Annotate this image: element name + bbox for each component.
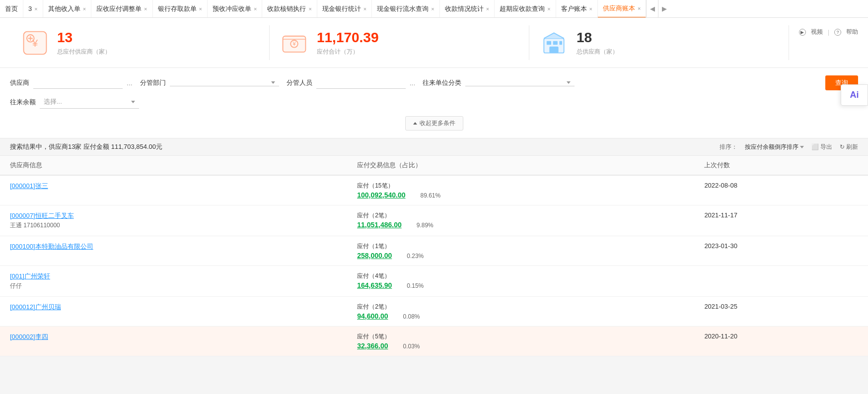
- table-header: 供应商信息 应付交易信息（占比） 上次付数: [0, 156, 868, 175]
- supplier-info-cell: [000100]本特勤油品有限公司: [0, 236, 347, 266]
- supplier-link[interactable]: [000007]恒旺二手叉车: [10, 212, 74, 219]
- nav-item-prepay-offset[interactable]: 预收冲应收单 ×: [208, 0, 262, 18]
- header-last-payment: 上次付数: [694, 156, 868, 175]
- close-icon[interactable]: ×: [34, 6, 37, 12]
- nav-item-customer-ledger[interactable]: 客户账本 ×: [556, 0, 598, 18]
- last-payment-cell: 2021-03-25: [694, 297, 868, 327]
- payable-info-cell: 应付（4笔）164,635.900.15%: [347, 266, 694, 297]
- video-link[interactable]: 视频: [811, 28, 823, 36]
- supplier-link[interactable]: [000100]本特勤油品有限公司: [10, 243, 93, 250]
- supplier-dots[interactable]: ...: [127, 79, 133, 87]
- close-icon[interactable]: ×: [83, 6, 86, 12]
- help-link[interactable]: 帮助: [846, 28, 858, 36]
- payable-amount[interactable]: 11,051,486.00: [357, 221, 402, 229]
- balance-select[interactable]: 选择...: [40, 95, 139, 109]
- filter-category: 往来单位分类: [423, 78, 575, 87]
- payable-info-cell: 应付（5笔）32,366.000.03%: [347, 327, 694, 356]
- payable-percent: 0.23%: [407, 253, 424, 260]
- payable-info-cell: 应付（1笔）258,000.000.23%: [347, 236, 694, 266]
- payable-amount[interactable]: 94,600.00: [357, 312, 388, 320]
- payable-info-cell: 应付（15笔）100,092,540.0089.61%: [347, 175, 694, 205]
- nav-item-overdue-ar[interactable]: 超期应收款查询 ×: [495, 0, 556, 18]
- collapse-button[interactable]: 收起更多条件: [405, 116, 463, 131]
- payable-amount[interactable]: 258,000.00: [357, 252, 392, 260]
- nav-label: 应收应付调整单: [96, 4, 142, 13]
- supplier-link[interactable]: [000002]李四: [10, 333, 48, 340]
- nav-item-supplier-ledger[interactable]: 供应商账本 ×: [598, 0, 646, 18]
- close-icon[interactable]: ×: [638, 5, 641, 11]
- right-actions: 排序： 按应付余额倒序排序 ⬜ 导出 ↻ 刷新: [720, 143, 858, 151]
- filter-row-2: 往来余额 选择...: [10, 95, 858, 109]
- person-input[interactable]: [316, 77, 406, 89]
- payable-percent: 0.15%: [407, 282, 424, 289]
- last-payment-date: 2021-03-25: [704, 303, 737, 310]
- payable-amount[interactable]: 164,635.90: [357, 281, 392, 289]
- summary-area: ¥ 13 总应付供应商（家） ¥ 11,170.39 应付合计（万）: [0, 18, 868, 68]
- filter-supplier: 供应商 ...: [10, 77, 133, 89]
- supplier-label: 供应商: [10, 78, 29, 87]
- nav-item-cash-bank-stat[interactable]: 现金银行统计 ×: [317, 0, 372, 18]
- dept-select[interactable]: [170, 79, 279, 86]
- refresh-icon: ↻: [840, 143, 845, 150]
- video-circle-icon: ▶: [799, 29, 806, 36]
- payable-label: 应付（15笔）: [357, 182, 684, 190]
- supplier-link[interactable]: [000012]广州贝瑞: [10, 303, 61, 311]
- person-dots[interactable]: ...: [410, 79, 416, 87]
- nav-item-home[interactable]: 首页: [0, 0, 23, 18]
- supplier-sub-info: 王通 17106110000: [10, 221, 337, 230]
- category-chevron-icon: [567, 81, 571, 84]
- nav-label: 超期应收款查询: [500, 4, 545, 13]
- ai-label: Ai: [850, 90, 859, 100]
- close-icon[interactable]: ×: [308, 6, 311, 12]
- filter-balance: 往来余额 选择...: [10, 95, 139, 109]
- nav-right-arrow[interactable]: ▶: [658, 0, 670, 18]
- supplier-info-cell: [000002]李四: [0, 327, 347, 356]
- close-icon[interactable]: ×: [144, 6, 147, 12]
- nav-item-collection-exec[interactable]: 收款核销执行 ×: [262, 0, 317, 18]
- supplier-link[interactable]: [000001]张三: [10, 182, 48, 190]
- nav-left-arrow[interactable]: ◀: [646, 0, 658, 18]
- total-suppliers-number: 18: [577, 29, 618, 46]
- supplier-input[interactable]: [33, 77, 123, 89]
- nav-item-ar-ap-adjust[interactable]: 应收应付调整单 ×: [91, 0, 152, 18]
- last-payment-date: 2021-11-17: [704, 211, 737, 219]
- nav-label: 收款核销执行: [267, 4, 306, 13]
- export-button[interactable]: ⬜ 导出: [811, 143, 832, 151]
- summary-card-total-suppliers: 18 总供应商（家）: [529, 25, 789, 60]
- last-payment-date: 2020-11-20: [704, 332, 737, 340]
- sort-value: 按应付余额倒序排序: [745, 143, 798, 151]
- nav-item-3[interactable]: 3 ×: [23, 0, 43, 18]
- sort-select[interactable]: 按应付余额倒序排序: [745, 143, 804, 151]
- nav-item-bank-deposit[interactable]: 银行存取款单 ×: [153, 0, 208, 18]
- last-payment-cell: 2023-01-30: [694, 236, 868, 266]
- refresh-button[interactable]: ↻ 刷新: [840, 143, 858, 151]
- close-icon[interactable]: ×: [363, 6, 366, 12]
- category-select[interactable]: [465, 79, 575, 86]
- summary-text-total-suppliers: 18 总供应商（家）: [577, 29, 618, 56]
- payable-percent: 0.03%: [403, 343, 420, 350]
- nav-item-collection-stat[interactable]: 收款情况统计 ×: [440, 0, 495, 18]
- payable-total-icon: ¥: [280, 28, 309, 58]
- close-icon[interactable]: ×: [431, 6, 434, 12]
- summary-text-payable-suppliers: 13 总应付供应商（家）: [57, 29, 111, 56]
- last-payment-cell: 2022-08-08: [694, 175, 868, 205]
- svg-rect-10: [547, 41, 551, 44]
- summary-text-payable-total: 11,170.39 应付合计（万）: [317, 29, 379, 56]
- payable-amount[interactable]: 100,092,540.00: [357, 191, 405, 199]
- close-icon[interactable]: ×: [589, 6, 592, 12]
- person-label: 分管人员: [287, 78, 312, 87]
- close-icon[interactable]: ×: [254, 6, 257, 12]
- nav-item-other-income[interactable]: 其他收入单 ×: [43, 0, 91, 18]
- nav-item-cash-bank-flow[interactable]: 现金银行流水查询 ×: [372, 0, 439, 18]
- last-payment-date: 2023-01-30: [704, 242, 737, 250]
- supplier-link[interactable]: [001]广州荣轩: [10, 272, 50, 280]
- payable-amount[interactable]: 32,366.00: [357, 342, 388, 350]
- payable-label: 应付（1笔）: [357, 242, 684, 251]
- close-icon[interactable]: ×: [486, 6, 489, 12]
- payable-label: 应付（5笔）: [357, 332, 684, 341]
- close-icon[interactable]: ×: [547, 6, 550, 12]
- close-icon[interactable]: ×: [199, 6, 202, 12]
- nav-label: 预收冲应收单: [213, 4, 251, 13]
- ai-panel[interactable]: Ai: [841, 84, 868, 106]
- payable-info-cell: 应付（2笔）11,051,486.009.89%: [347, 205, 694, 236]
